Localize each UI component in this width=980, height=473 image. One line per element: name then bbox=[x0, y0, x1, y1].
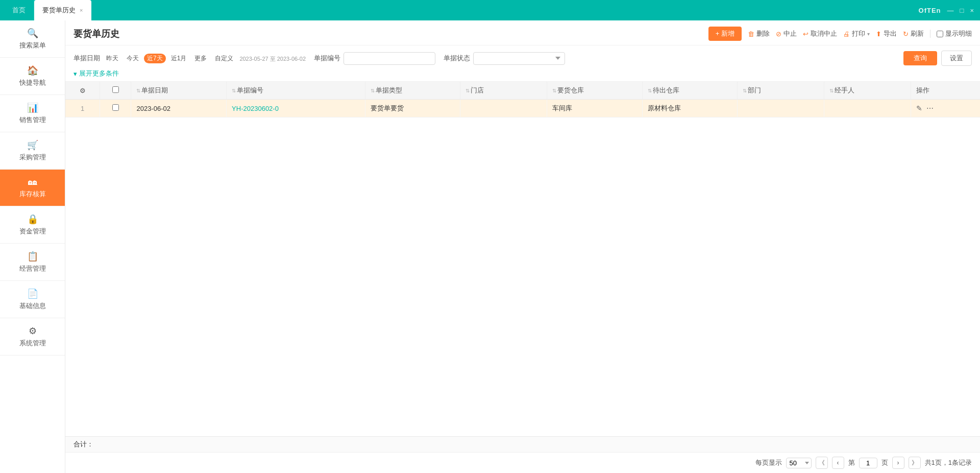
delete-button[interactable]: 🗑 删除 bbox=[748, 29, 770, 38]
settings-button[interactable]: 设置 bbox=[941, 51, 972, 66]
close-btn[interactable]: × bbox=[970, 7, 974, 14]
col-type-header[interactable]: 单据类型 bbox=[365, 82, 460, 100]
main-table: ⚙ 单据日期 单据编号 单据类型 门店 要货仓库 待出仓库 部门 经手人 操作 bbox=[65, 82, 980, 117]
filter-row-1: 单据日期 昨天 今天 近7天 近1月 更多 自定义 2023-05-27 至 2… bbox=[74, 51, 972, 66]
row-edit-icon[interactable]: ✎ bbox=[916, 104, 922, 112]
query-button[interactable]: 查询 bbox=[903, 51, 937, 65]
sidebar-item-sales[interactable]: 📊 销售管理 bbox=[0, 95, 65, 132]
sidebar-item-label: 基础信息 bbox=[19, 301, 46, 311]
row-type: 要货单要货 bbox=[365, 100, 460, 117]
sidebar-item-finance[interactable]: 🔒 资金管理 bbox=[0, 206, 65, 244]
show-detail-input[interactable] bbox=[937, 31, 943, 37]
row-num-link[interactable]: YH-20230602-0 bbox=[227, 100, 365, 117]
col-wait-wh-header[interactable]: 待出仓库 bbox=[642, 82, 738, 100]
page-title: 要货单历史 bbox=[74, 28, 708, 40]
status-select[interactable] bbox=[473, 52, 565, 65]
finance-icon: 🔒 bbox=[27, 214, 38, 225]
refresh-button[interactable]: ↻ 刷新 bbox=[903, 29, 924, 38]
billno-label: 单据编号 bbox=[314, 54, 340, 63]
table-container: ⚙ 单据日期 单据编号 单据类型 门店 要货仓库 待出仓库 部门 经手人 操作 bbox=[65, 82, 980, 436]
inventory-icon: 🏘 bbox=[28, 177, 37, 187]
last-page-btn[interactable]: 》 bbox=[909, 457, 921, 469]
tab-home[interactable]: 首页 bbox=[4, 0, 34, 20]
sidebar-item-basic[interactable]: 📄 基础信息 bbox=[0, 281, 65, 318]
filter-bar: 单据日期 昨天 今天 近7天 近1月 更多 自定义 2023-05-27 至 2… bbox=[65, 45, 980, 82]
maximize-btn[interactable]: □ bbox=[960, 7, 964, 14]
shortcut-7days[interactable]: 近7天 bbox=[144, 54, 166, 63]
prev-page-btn[interactable]: ‹ bbox=[832, 457, 844, 469]
shortcut-yesterday[interactable]: 昨天 bbox=[103, 54, 121, 63]
row-date: 2023-06-02 bbox=[131, 100, 227, 117]
row-dept bbox=[738, 100, 824, 117]
page-input[interactable] bbox=[859, 458, 877, 468]
sidebar-item-label: 经营管理 bbox=[19, 264, 46, 273]
sidebar-item-search-menu[interactable]: 🔍 搜索菜单 bbox=[0, 20, 65, 58]
tab-list: 首页 要货单历史 × bbox=[4, 0, 91, 20]
col-store-header[interactable]: 门店 bbox=[460, 82, 547, 100]
sales-icon: 📊 bbox=[27, 102, 38, 113]
date-filter-label: 单据日期 bbox=[74, 54, 100, 63]
pagination: 每页显示 50 10 20 100 《 ‹ 第 页 › 》 共1页，1条记录 bbox=[65, 452, 980, 473]
status-filter-group: 单据状态 bbox=[444, 52, 565, 65]
row-seq: 1 bbox=[65, 100, 100, 117]
sidebar: 🔍 搜索菜单 🏠 快捷导航 📊 销售管理 🛒 采购管理 🏘 库存核算 🔒 资金管… bbox=[0, 20, 65, 473]
print-button[interactable]: 🖨 打印 ▾ bbox=[843, 29, 870, 38]
minimize-btn[interactable]: — bbox=[947, 7, 954, 14]
col-num-header[interactable]: 单据编号 bbox=[227, 82, 365, 100]
sidebar-item-system[interactable]: ⚙ 系统管理 bbox=[0, 318, 65, 356]
brand-label: OfTEn bbox=[919, 7, 941, 14]
search-menu-icon: 🔍 bbox=[27, 28, 38, 39]
table-row: 1 2023-06-02 YH-20230602-0 要货单要货 车间库 原材料… bbox=[65, 100, 980, 117]
sidebar-item-inventory[interactable]: 🏘 库存核算 bbox=[0, 170, 65, 206]
date-shortcuts: 昨天 今天 近7天 近1月 更多 自定义 bbox=[103, 54, 236, 63]
col-handler-header[interactable]: 经手人 bbox=[824, 82, 911, 100]
table-footer: 合计： bbox=[65, 436, 980, 452]
row-handler bbox=[824, 100, 911, 117]
shortcut-1month[interactable]: 近1月 bbox=[168, 54, 190, 63]
sidebar-item-purchase[interactable]: 🛒 采购管理 bbox=[0, 132, 65, 170]
cancel-stop-button[interactable]: ↩ 取消中止 bbox=[803, 29, 837, 38]
table-header-row: ⚙ 单据日期 单据编号 单据类型 门店 要货仓库 待出仓库 部门 经手人 操作 bbox=[65, 82, 980, 100]
col-req-wh-header[interactable]: 要货仓库 bbox=[547, 82, 642, 100]
col-settings[interactable]: ⚙ bbox=[65, 82, 100, 100]
col-dept-header[interactable]: 部门 bbox=[738, 82, 824, 100]
shortcut-more[interactable]: 更多 bbox=[191, 54, 210, 63]
new-button[interactable]: + 新增 bbox=[708, 27, 742, 41]
shortcut-today[interactable]: 今天 bbox=[124, 54, 142, 63]
sidebar-item-quick-nav[interactable]: 🏠 快捷导航 bbox=[0, 58, 65, 95]
page-label-before: 第 bbox=[848, 458, 855, 467]
sidebar-item-operations[interactable]: 📋 经营管理 bbox=[0, 244, 65, 281]
shortcut-custom[interactable]: 自定义 bbox=[212, 54, 236, 63]
row-checkbox[interactable] bbox=[112, 104, 119, 111]
content-area: 要货单历史 + 新增 🗑 删除 ⊘ 中止 ↩ 取消中止 🖨 bbox=[65, 20, 980, 473]
first-page-btn[interactable]: 《 bbox=[816, 457, 828, 469]
show-detail-checkbox[interactable]: 显示明细 bbox=[937, 29, 972, 38]
row-wait-wh: 原材料仓库 bbox=[642, 100, 738, 117]
row-req-wh: 车间库 bbox=[547, 100, 642, 117]
row-store bbox=[460, 100, 547, 117]
next-page-btn[interactable]: › bbox=[892, 457, 904, 469]
sidebar-item-label: 系统管理 bbox=[19, 339, 46, 348]
table-body: 1 2023-06-02 YH-20230602-0 要货单要货 车间库 原材料… bbox=[65, 100, 980, 117]
tab-history[interactable]: 要货单历史 × bbox=[34, 0, 91, 20]
stop-button[interactable]: ⊘ 中止 bbox=[776, 29, 797, 38]
status-label: 单据状态 bbox=[444, 54, 470, 63]
total-label: 共1页，1条记录 bbox=[925, 458, 972, 467]
tab-close-icon[interactable]: × bbox=[80, 7, 83, 13]
purchase-icon: 🛒 bbox=[27, 139, 38, 151]
footer-summary: 合计： bbox=[74, 440, 972, 449]
page-header: 要货单历史 + 新增 🗑 删除 ⊘ 中止 ↩ 取消中止 🖨 bbox=[65, 20, 980, 45]
col-date-header[interactable]: 单据日期 bbox=[131, 82, 227, 100]
select-all-checkbox[interactable] bbox=[112, 86, 119, 93]
expand-more-btn[interactable]: ▾ 展开更多条件 bbox=[74, 69, 972, 78]
row-more-icon[interactable]: ⋯ bbox=[926, 104, 934, 112]
date-range-text: 2023-05-27 至 2023-06-02 bbox=[239, 55, 306, 63]
toolbar: + 新增 🗑 删除 ⊘ 中止 ↩ 取消中止 🖨 打印 ▾ bbox=[708, 27, 972, 41]
page-size-label: 每页显示 bbox=[755, 458, 782, 467]
top-bar-right: OfTEn — □ × bbox=[919, 7, 980, 14]
col-checkbox-header bbox=[100, 82, 131, 100]
sidebar-item-label: 快捷导航 bbox=[19, 78, 46, 87]
billno-input[interactable] bbox=[344, 52, 435, 65]
page-size-select[interactable]: 50 10 20 100 bbox=[786, 458, 812, 468]
export-button[interactable]: ⬆ 导出 bbox=[876, 29, 897, 38]
